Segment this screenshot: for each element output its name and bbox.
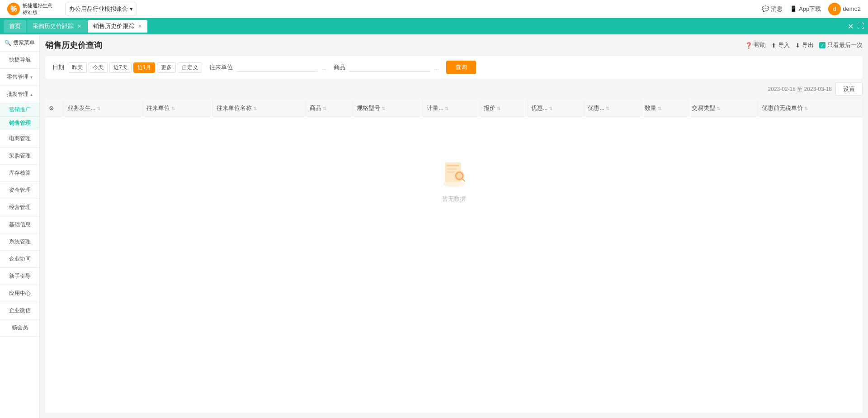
sort-icon: ⇅	[497, 106, 500, 111]
main-layout: 🔍 搜索菜单 快捷导航 零售管理 ▾ 批发管理 ▴ 营销推广 销售管理 电商管理…	[0, 34, 868, 418]
sidebar-item-system[interactable]: 系统管理	[0, 233, 39, 251]
checkbox-icon: ✓	[819, 42, 826, 48]
partner-filter-group: 往来单位 ...	[209, 63, 326, 72]
sidebar-item-purchase[interactable]: 采购管理	[0, 147, 39, 165]
sidebar-item-vip[interactable]: 畅会员	[0, 319, 39, 337]
export-icon: ⬇	[795, 42, 800, 49]
tab-sales-history[interactable]: 销售历史价跟踪 ✕	[88, 20, 147, 33]
sort-icon: ⇅	[549, 106, 552, 111]
sidebar-item-inventory[interactable]: 库存核算	[0, 165, 39, 182]
sort-icon: ⇅	[382, 106, 385, 111]
table-body: 暂无数据	[45, 117, 863, 240]
th-partner-name[interactable]: 往来单位名称 ⇅	[213, 100, 306, 117]
date-btn-7days[interactable]: 近7天	[109, 62, 132, 73]
tab-purchase-history[interactable]: 采购历史价跟踪 ✕	[27, 20, 87, 33]
export-btn[interactable]: ⬇ 导出	[795, 41, 814, 49]
th-quantity[interactable]: 数量 ⇅	[641, 100, 688, 117]
sidebar-item-appstore[interactable]: 应用中心	[0, 285, 39, 302]
th-partner-id[interactable]: 往来单位 ⇅	[143, 100, 213, 117]
th-discount1[interactable]: 优惠... ⇅	[527, 100, 584, 117]
sidebar-item-guide[interactable]: 新手引导	[0, 268, 39, 285]
sidebar-item-marketing[interactable]: 营销推广	[0, 103, 39, 117]
date-label: 日期	[52, 63, 64, 71]
th-discount2[interactable]: 优惠... ⇅	[584, 100, 641, 117]
account-selector[interactable]: 办公用品行业模拟账套 ▾	[65, 3, 137, 15]
product-input[interactable]	[349, 63, 430, 72]
product-filter-group: 商品 ...	[334, 63, 439, 72]
sidebar-item-sales-mgmt[interactable]: 销售管理	[0, 117, 39, 130]
sidebar-item-finance[interactable]: 资金管理	[0, 182, 39, 199]
chevron-down-icon: ▾	[130, 5, 133, 12]
chevron-up-icon: ▴	[30, 92, 33, 97]
date-btn-more[interactable]: 更多	[157, 62, 176, 73]
date-btn-today[interactable]: 今天	[89, 62, 108, 73]
message-btn[interactable]: 💬 消息	[762, 5, 783, 13]
help-icon: ❓	[745, 42, 752, 49]
page-header: 销售历史价查询 ❓ 帮助 ⬆ 导入 ⬇ 导出 ✓ 只看最后一次	[45, 40, 863, 51]
settings-button[interactable]: 设置	[835, 82, 863, 96]
page-actions: ❓ 帮助 ⬆ 导入 ⬇ 导出 ✓ 只看最后一次	[745, 41, 863, 49]
th-spec[interactable]: 规格型号 ⇅	[353, 100, 423, 117]
sidebar-item-ecommerce[interactable]: 电商管理	[0, 130, 39, 147]
th-product[interactable]: 商品 ⇅	[306, 100, 353, 117]
th-pre-tax-price[interactable]: 优惠前无税单价 ⇅	[758, 100, 863, 117]
sidebar: 🔍 搜索菜单 快捷导航 零售管理 ▾ 批发管理 ▴ 营销推广 销售管理 电商管理…	[0, 34, 40, 418]
partner-input[interactable]	[236, 63, 318, 72]
th-settings[interactable]: ⚙	[45, 100, 63, 117]
sort-icon: ⇅	[804, 106, 808, 111]
tab-home[interactable]: 首页	[4, 20, 26, 33]
sidebar-item-wechat[interactable]: 企业微信	[0, 302, 39, 319]
tab-bar-actions: ✕ ⛶	[848, 22, 864, 31]
table-header-row: ⚙ 业务发生... ⇅ 往来单位 ⇅	[45, 100, 863, 117]
date-btn-1month[interactable]: 近1月	[133, 62, 156, 73]
data-table: ⚙ 业务发生... ⇅ 往来单位 ⇅	[45, 100, 863, 239]
logo-text: 畅捷通好生意 标准版	[23, 2, 52, 15]
th-unit[interactable]: 计量... ⇅	[423, 100, 480, 117]
user-profile-btn[interactable]: d demo2	[828, 3, 861, 15]
svg-rect-2	[447, 165, 459, 166]
partner-label: 往来单位	[209, 63, 233, 71]
avatar: d	[828, 3, 841, 15]
sort-icon: ⇅	[97, 106, 100, 111]
settings-row: 2023-02-18 至 2023-03-18 设置	[45, 82, 863, 96]
sidebar-item-search[interactable]: 🔍 搜索菜单	[0, 34, 39, 52]
product-dots: ...	[434, 64, 439, 71]
svg-line-7	[462, 179, 465, 181]
top-header: 畅 畅捷通好生意 标准版 办公用品行业模拟账套 ▾ 💬 消息 📱 App下载 d…	[0, 0, 868, 18]
th-biz-date[interactable]: 业务发生... ⇅	[63, 100, 143, 117]
sidebar-item-enterprise[interactable]: 企业协同	[0, 251, 39, 268]
empty-state-cell: 暂无数据	[45, 117, 863, 240]
tab-bar: 首页 采购历史价跟踪 ✕ 销售历史价跟踪 ✕ ✕ ⛶	[0, 18, 868, 34]
tab-close-purchase[interactable]: ✕	[77, 24, 81, 29]
date-filter-group: 日期 昨天 今天 近7天 近1月 更多 自定义	[52, 62, 202, 73]
th-quote[interactable]: 报价 ⇅	[480, 100, 527, 117]
sort-icon: ⇅	[171, 106, 175, 111]
empty-state: 暂无数据	[45, 117, 863, 239]
date-btn-yesterday[interactable]: 昨天	[68, 62, 87, 73]
app-download-btn[interactable]: 📱 App下载	[790, 5, 821, 13]
sort-icon: ⇅	[323, 106, 326, 111]
close-all-tabs-btn[interactable]: ✕	[848, 22, 854, 31]
sidebar-item-operations[interactable]: 经营管理	[0, 199, 39, 216]
sidebar-item-basic-info[interactable]: 基础信息	[0, 216, 39, 233]
query-button[interactable]: 查询	[446, 61, 476, 74]
sidebar-item-quick-nav[interactable]: 快捷导航	[0, 52, 39, 69]
import-btn[interactable]: ⬆ 导入	[771, 41, 790, 49]
sidebar-item-wholesale[interactable]: 批发管理 ▴	[0, 86, 39, 103]
page-title: 销售历史价查询	[45, 40, 102, 51]
header-left: 畅 畅捷通好生意 标准版 办公用品行业模拟账套 ▾	[7, 2, 137, 15]
message-icon: 💬	[762, 5, 769, 12]
empty-state-row: 暂无数据	[45, 117, 863, 240]
date-btn-custom[interactable]: 自定义	[178, 62, 202, 73]
date-range-display: 2023-02-18 至 2023-03-18	[768, 86, 832, 93]
help-btn[interactable]: ❓ 帮助	[745, 41, 766, 49]
sidebar-item-retail[interactable]: 零售管理 ▾	[0, 69, 39, 86]
chevron-down-icon: ▾	[30, 75, 33, 80]
last-only-checkbox[interactable]: ✓ 只看最后一次	[819, 41, 863, 49]
svg-rect-4	[447, 171, 455, 172]
svg-rect-3	[447, 169, 457, 170]
sort-icon: ⇅	[717, 106, 720, 111]
tab-close-sales[interactable]: ✕	[138, 24, 142, 29]
th-trade-type[interactable]: 交易类型 ⇅	[688, 100, 758, 117]
maximize-btn[interactable]: ⛶	[857, 22, 864, 30]
